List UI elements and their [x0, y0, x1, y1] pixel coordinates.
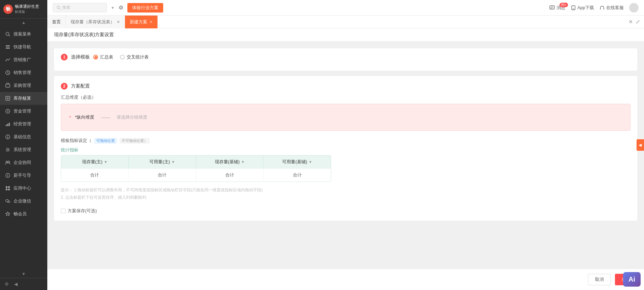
- step2-section: 2 方案配置 汇总维度（必选） * *纵向维度 —— 请选择分组维度 模板指标设…: [54, 76, 637, 221]
- search-icon: [5, 31, 11, 37]
- sidebar-item-nav[interactable]: 快捷导航: [0, 41, 47, 53]
- collab-icon: [5, 160, 11, 166]
- ai-badge[interactable]: Ai: [623, 272, 641, 287]
- sidebar-item-info[interactable]: 基础信息: [0, 130, 47, 143]
- marketing-icon: [5, 57, 11, 63]
- search-dropdown-icon[interactable]: ▼: [111, 6, 115, 10]
- indicator-col-2[interactable]: 现存量(基辅) ▼: [196, 155, 264, 168]
- app-download-button[interactable]: App下载: [571, 5, 594, 11]
- radio-summary[interactable]: 汇总表: [93, 54, 113, 60]
- right-edge-indicator[interactable]: ◀: [637, 139, 644, 151]
- svg-rect-28: [600, 8, 601, 9]
- radio-crosstab[interactable]: 交叉统计表: [120, 54, 149, 60]
- indicator-col-1[interactable]: 可用量(主) ▼: [129, 155, 196, 168]
- sidebar-item-finance[interactable]: 资金管理: [0, 105, 47, 118]
- management-icon: [5, 121, 11, 127]
- svg-rect-3: [6, 47, 10, 47]
- wechat-icon: [5, 198, 11, 204]
- stats-title: 统计指标: [61, 147, 630, 153]
- svg-rect-18: [6, 186, 7, 188]
- sidebar-item-label: 应用中心: [14, 185, 31, 191]
- step1-section: 1 选择模板 汇总表 交叉统计表: [54, 48, 637, 71]
- sidebar-item-apps[interactable]: 应用中心: [0, 182, 47, 195]
- svg-line-25: [59, 8, 61, 10]
- draggable-badge: 可拖动位置: [94, 138, 117, 144]
- settings-button[interactable]: ⚙: [119, 4, 123, 11]
- sidebar-scroll-up[interactable]: ▲: [0, 19, 47, 26]
- tab-new-plan-close[interactable]: ✕: [149, 20, 153, 24]
- tab-new-plan[interactable]: 新建方案 ✕: [125, 16, 158, 28]
- svg-point-16: [8, 161, 10, 163]
- step2-header: 2 方案配置: [61, 83, 630, 90]
- step1-num: 1: [61, 54, 68, 61]
- topbar: 搜索 ▼ ⚙ 体验行业方案 消息 99+ App下载 在线客服: [47, 0, 644, 16]
- tab-inventory-close[interactable]: ✕: [117, 20, 120, 24]
- window-controls: ✕ ⤢: [624, 19, 644, 25]
- expand-window-icon[interactable]: ⤢: [636, 19, 640, 25]
- tab-inventory[interactable]: 现存量（库存状况表） ✕: [66, 16, 125, 28]
- svg-rect-2: [6, 45, 10, 46]
- sidebar-footer: ⚙ ◀: [0, 278, 47, 290]
- col-dropdown-1[interactable]: ▼: [171, 160, 175, 164]
- sound-icon[interactable]: ◀: [14, 282, 18, 287]
- svg-rect-9: [6, 125, 7, 126]
- service-button[interactable]: 在线客服: [599, 5, 624, 11]
- step1-header: 1 选择模板 汇总表 交叉统计表: [61, 54, 630, 61]
- close-window-icon[interactable]: ✕: [628, 19, 633, 25]
- svg-line-1: [9, 35, 10, 36]
- cancel-button[interactable]: 取消: [588, 274, 611, 285]
- apps-icon: [5, 185, 11, 191]
- tab-new-plan-label: 新建方案: [130, 19, 147, 25]
- tab-home[interactable]: 首页: [47, 16, 66, 28]
- col-dropdown-0[interactable]: ▼: [104, 160, 107, 164]
- save-label: 方案保存(可选): [68, 208, 97, 214]
- app-name: 畅康通好生意: [15, 4, 39, 9]
- svg-point-13: [7, 136, 8, 136]
- sidebar-item-system[interactable]: 系统管理: [0, 143, 47, 156]
- indicator-cell-1: 合计: [129, 169, 196, 182]
- dimension-dash: ——: [101, 115, 110, 120]
- tab-home-label: 首页: [52, 19, 61, 25]
- user-avatar[interactable]: [629, 3, 639, 13]
- svg-point-14: [7, 149, 9, 151]
- sidebar-item-marketing[interactable]: 营销推广: [0, 53, 47, 66]
- indicator-col-3[interactable]: 可用量(基辅) ▼: [264, 155, 331, 168]
- messages-badge: 99+: [560, 3, 568, 7]
- sidebar-item-search[interactable]: 搜索菜单: [0, 28, 47, 41]
- col-label-1: 可用量(主): [149, 159, 170, 165]
- sidebar-item-label: 营销推广: [14, 57, 31, 63]
- sidebar-brand: 畅康通好生意 标准版: [15, 4, 39, 14]
- sidebar-item-label: 库存核算: [14, 95, 31, 101]
- sidebar-item-wechat[interactable]: 企业微信: [0, 195, 47, 208]
- col-dropdown-3[interactable]: ▼: [308, 160, 312, 164]
- sidebar-item-guide[interactable]: 新手引导: [0, 169, 47, 182]
- sidebar-item-management[interactable]: 经营管理: [0, 118, 47, 130]
- sidebar-item-sales[interactable]: 销售管理: [0, 66, 47, 79]
- trial-button[interactable]: 体验行业方案: [127, 3, 163, 13]
- non-draggable-badge: 不可拖动位置）: [120, 138, 150, 144]
- radio-crosstab-label: 交叉统计表: [127, 54, 149, 60]
- dimension-dropdown[interactable]: 请选择分组维度: [117, 114, 147, 120]
- search-placeholder: 搜索: [62, 5, 70, 10]
- sidebar-item-collab[interactable]: 企业协同: [0, 156, 47, 169]
- messages-button[interactable]: 消息 99+: [549, 5, 565, 11]
- sidebar-item-inventory[interactable]: 库存核算: [0, 92, 47, 105]
- sidebar-item-label: 企业微信: [14, 198, 31, 204]
- save-checkbox[interactable]: [61, 209, 66, 213]
- inventory-icon: [5, 95, 11, 101]
- indicator-config-label: 模板指标设定（ 可拖动位置 不可拖动位置）: [61, 138, 630, 144]
- indicator-col-0[interactable]: 现存量(主) ▼: [61, 155, 129, 168]
- sidebar-item-label: 企业协同: [14, 160, 31, 166]
- system-icon: [5, 147, 11, 153]
- svg-point-15: [6, 161, 8, 163]
- sidebar-item-label: 新手引导: [14, 172, 31, 178]
- settings-icon[interactable]: ⚙: [5, 282, 9, 287]
- app-download-label: App下载: [577, 5, 594, 11]
- sidebar-scroll-down[interactable]: ▼: [0, 270, 47, 278]
- purchase-icon: [5, 82, 11, 89]
- col-dropdown-2[interactable]: ▼: [241, 160, 245, 164]
- search-bar[interactable]: 搜索: [53, 3, 107, 12]
- sidebar-item-purchase[interactable]: 采购管理: [0, 79, 47, 92]
- sidebar-item-member[interactable]: 畅会员: [0, 208, 47, 220]
- service-label: 在线客服: [606, 5, 624, 11]
